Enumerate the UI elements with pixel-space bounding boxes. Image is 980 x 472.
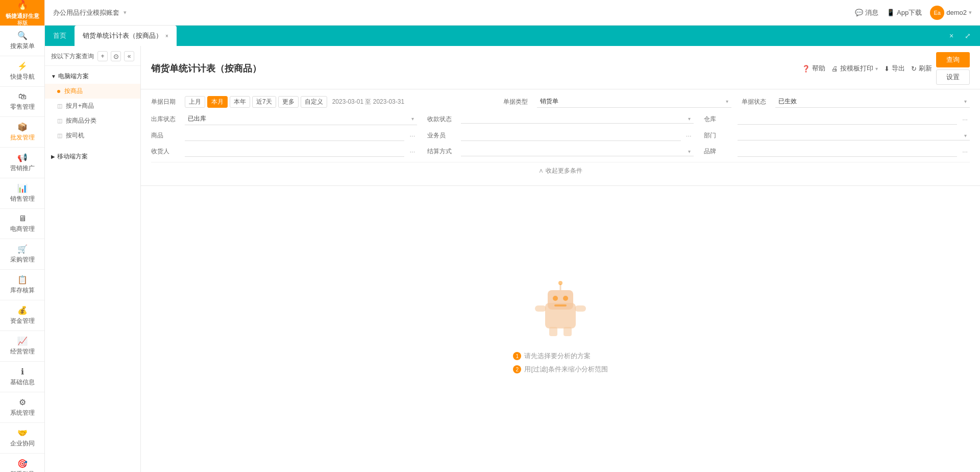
- date-last-month-btn[interactable]: 上月: [185, 96, 205, 108]
- payment-chevron-icon: ▾: [688, 149, 691, 154]
- scheme-item-by-goods[interactable]: 按商品: [45, 84, 140, 99]
- status-label: 单据状态: [742, 98, 772, 106]
- empty-text-2: 用[过滤]条件来缩小分析范围: [524, 365, 607, 374]
- date-custom-btn[interactable]: 自定义: [301, 96, 327, 108]
- top-header-right: 💬 消息 📱 App下载 Ea demo2 ▾: [855, 6, 972, 20]
- left-panel-header: 按以下方案查询 + ⊙ «: [45, 46, 140, 66]
- top-header: 办公用品行业模拟账套 ▾ 💬 消息 📱 App下载 Ea demo2 ▾: [45, 0, 980, 26]
- staff-input[interactable]: [461, 130, 680, 141]
- date-this-month-btn[interactable]: 本月: [207, 96, 228, 108]
- sidebar-item-basics[interactable]: ℹ 基础信息: [0, 362, 44, 392]
- receiver-input[interactable]: [185, 146, 404, 157]
- date-label: 单据日期: [151, 98, 182, 106]
- type-value: 销货单: [540, 97, 558, 106]
- export-btn[interactable]: ⬇ 导出: [884, 64, 905, 73]
- sidebar-item-label: 快捷导航: [10, 73, 35, 81]
- app-download-label: App下载: [897, 8, 922, 17]
- tab-expand-btn[interactable]: ⤢: [962, 30, 974, 42]
- collapse-bar[interactable]: ∧ 收起更多条件: [151, 162, 970, 179]
- tab-sales-stats[interactable]: 销货单统计计表（按商品） ×: [75, 26, 177, 46]
- refresh-icon: ↻: [911, 65, 917, 73]
- sidebar-item-label: 销售管理: [10, 195, 35, 203]
- sidebar-item-purchase[interactable]: 🛒 采购管理: [0, 239, 44, 270]
- sidebar-item-business[interactable]: 📈 经营管理: [0, 331, 44, 362]
- sidebar-item-ecommerce[interactable]: 🖥 电商管理: [0, 209, 44, 239]
- status-value: 已生效: [778, 97, 797, 106]
- tab-close-all-btn[interactable]: ×: [945, 30, 958, 42]
- receipt-status-select[interactable]: ▾: [461, 114, 693, 124]
- date-7days-btn[interactable]: 近7天: [252, 96, 276, 108]
- type-select[interactable]: 销货单 ▾: [537, 96, 731, 108]
- tab-home[interactable]: 首页: [45, 26, 75, 46]
- sidebar-item-quicknav[interactable]: ⚡ 快捷导航: [0, 56, 44, 87]
- sidebar-item-inventory[interactable]: 📋 库存核算: [0, 270, 44, 300]
- sidebar-item-retail[interactable]: 🛍 零售管理: [0, 87, 44, 117]
- scheme-item-by-category[interactable]: ◫ 按商品分类: [45, 113, 140, 128]
- table-icon-3: ◫: [57, 132, 62, 139]
- type-chevron-icon: ▾: [726, 99, 728, 104]
- marketing-icon: 📢: [17, 153, 28, 162]
- dept-select[interactable]: ▾: [738, 131, 970, 140]
- filter-brand: 品牌 ···: [704, 146, 970, 157]
- scheme-item-by-month-goods[interactable]: ◫ 按月+商品: [45, 99, 140, 113]
- tab-close-icon[interactable]: ×: [165, 33, 168, 39]
- sidebar-item-system[interactable]: ⚙ 系统管理: [0, 392, 44, 423]
- title-right-actions: ❓ 帮助 🖨 按模板打印 ▾ ⬇ 导出 ↻: [802, 52, 970, 85]
- staff-dots[interactable]: ···: [684, 132, 694, 139]
- settings-btn[interactable]: 设置: [936, 69, 970, 85]
- empty-illustration: [530, 280, 591, 341]
- sidebar-item-finance[interactable]: 💰 资金管理: [0, 300, 44, 331]
- message-btn[interactable]: 💬 消息: [855, 8, 878, 17]
- refresh-btn[interactable]: ↻ 刷新: [911, 64, 932, 73]
- brand-dots[interactable]: ···: [960, 148, 970, 155]
- sidebar-item-sales[interactable]: 📊 销售管理: [0, 178, 44, 209]
- tab-home-label: 首页: [53, 31, 66, 40]
- receipt-chevron-icon: ▾: [688, 116, 691, 122]
- filter-area: 单据日期 上月 本月 本年 近7天 更多 自定义 2023-03-01 至 20…: [141, 89, 980, 186]
- date-more-btn[interactable]: 更多: [278, 96, 299, 108]
- active-dot: [57, 90, 60, 93]
- user-menu[interactable]: Ea demo2 ▾: [930, 6, 972, 20]
- sidebar-item-guide[interactable]: 🎯 新手引导: [0, 454, 44, 472]
- user-chevron-icon: ▾: [969, 9, 972, 16]
- collapse-panel-btn[interactable]: «: [124, 51, 134, 61]
- date-this-year-btn[interactable]: 本年: [230, 96, 250, 108]
- app-download-btn[interactable]: 📱 App下载: [887, 8, 922, 17]
- scheme-group-mobile-title[interactable]: ▶ 移动端方案: [45, 149, 140, 164]
- sidebar-item-marketing[interactable]: 📢 营销推广: [0, 148, 44, 178]
- collapse-label: ∧ 收起更多条件: [538, 167, 582, 174]
- warehouse-input[interactable]: [738, 114, 957, 125]
- scheme-item-by-driver[interactable]: ◫ 按司机: [45, 128, 140, 143]
- close-all-icon: ×: [949, 32, 953, 40]
- add-scheme-btn[interactable]: +: [97, 51, 108, 61]
- svg-rect-8: [575, 305, 586, 312]
- purchase-icon: 🛒: [17, 244, 28, 254]
- sidebar-item-wholesale[interactable]: 📦 批发管理: [0, 117, 44, 148]
- date-range-display: 2023-03-01 至 2023-03-31: [332, 98, 404, 106]
- sidebar-item-search[interactable]: 🔍 搜索菜单: [0, 26, 44, 56]
- empty-text-1: 请先选择要分析的方案: [524, 351, 591, 361]
- app-name: 畅捷通好生意: [6, 12, 39, 19]
- print-btn[interactable]: 🖨 按模板打印 ▾: [831, 64, 878, 73]
- status-select[interactable]: 已生效 ▾: [775, 96, 970, 108]
- help-icon: ❓: [802, 65, 810, 73]
- svg-rect-6: [564, 327, 572, 336]
- settings-scheme-btn[interactable]: ⊙: [111, 51, 121, 61]
- receiver-dots[interactable]: ···: [407, 148, 417, 155]
- out-status-chevron-icon: ▾: [411, 116, 414, 122]
- payment-select[interactable]: ▾: [461, 147, 693, 156]
- scheme-group-desktop: ▼ 电脑端方案 按商品 ◫ 按月+商品 ◫ 按商品分类 ◫ 按司机: [45, 66, 140, 146]
- brand-input[interactable]: [738, 146, 957, 157]
- dept-chevron-icon: ▾: [964, 133, 967, 138]
- goods-input[interactable]: [185, 130, 404, 141]
- tab-actions: × ⤢: [945, 30, 980, 42]
- date-group: 上月 本月 本年 近7天 更多 自定义 2023-03-01 至 2023-03…: [185, 96, 493, 108]
- sidebar-item-collab[interactable]: 🤝 企业协同: [0, 423, 44, 454]
- scheme-group-desktop-title[interactable]: ▼ 电脑端方案: [45, 69, 140, 84]
- help-btn[interactable]: ❓ 帮助: [802, 64, 825, 73]
- query-btn[interactable]: 查询: [936, 52, 970, 67]
- warehouse-dots[interactable]: ···: [960, 115, 970, 123]
- goods-dots[interactable]: ···: [407, 132, 417, 139]
- svg-rect-5: [549, 327, 557, 336]
- out-status-select[interactable]: 已出库 ▾: [185, 113, 417, 125]
